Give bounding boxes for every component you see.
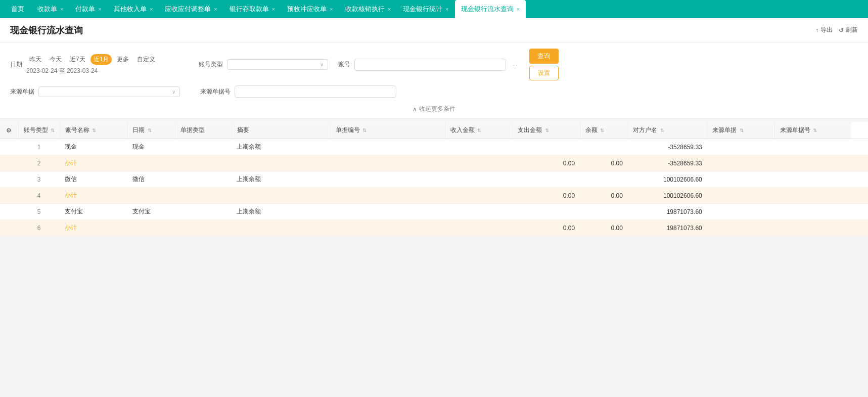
nav-tab-other-income[interactable]: 其他收入单 × (108, 0, 159, 18)
cell-expense (580, 139, 628, 155)
cell-expense (580, 171, 628, 188)
sort-icon: ⇅ (51, 127, 55, 133)
nav-tab-verify[interactable]: 收款核销执行 × (339, 0, 397, 18)
cell-expense: 0.00 (580, 220, 628, 236)
date-btn-7days[interactable]: 近7天 (67, 54, 88, 65)
cell-counterpart (707, 139, 775, 155)
settings-col-header[interactable]: ⚙ (0, 122, 18, 139)
cell-summary (330, 139, 445, 155)
cell-doc-type (232, 155, 330, 171)
account-type-label: 账号类型 (199, 60, 223, 69)
col-header-income[interactable]: 收入金额 ⇅ (445, 122, 513, 139)
cell-date (175, 220, 232, 236)
settings-button[interactable]: 设置 (529, 66, 559, 80)
col-header-source-doc-num[interactable]: 来源单据号 ⇅ (774, 122, 851, 139)
table-header-row: ⚙ 账号类型 ⇅ 账号名称 ⇅ 日期 ⇅ 单据类型 摘要 (0, 122, 868, 139)
cell-source-doc-num (851, 188, 868, 204)
nav-tab-bank[interactable]: 银行存取款单 × (223, 0, 281, 18)
cell-account-name (127, 155, 175, 171)
date-filter-group: 日期 昨天 今天 近7天 近1月 更多 自定义 2023-02-24 至 202… (10, 54, 158, 75)
cell-balance: 100102606.60 (628, 188, 707, 204)
sort-icon: ⇅ (92, 127, 96, 133)
sort-icon: ⇅ (813, 127, 817, 133)
nav-tab-prepay[interactable]: 预收冲应收单 × (281, 0, 339, 18)
date-btn-yesterday[interactable]: 昨天 (26, 54, 44, 65)
top-navigation: 首页 收款单 × 付款单 × 其他收入单 × 应收应付调整单 × 银行存取款单 … (0, 0, 868, 18)
row-settings-cell (0, 155, 18, 171)
close-icon[interactable]: × (445, 6, 448, 12)
close-icon[interactable]: × (330, 6, 333, 12)
row-number: 3 (18, 171, 60, 188)
col-header-balance[interactable]: 余额 ⇅ (580, 122, 628, 139)
close-icon[interactable]: × (150, 6, 153, 12)
refresh-button[interactable]: ↺ 刷新 (839, 26, 858, 34)
cell-source-doc-num (851, 220, 868, 236)
cell-source-doc-num (851, 139, 868, 155)
source-doc-select[interactable]: ∨ (38, 86, 180, 97)
cell-summary (330, 220, 445, 236)
account-type-select[interactable]: ∨ (227, 59, 328, 70)
close-icon[interactable]: × (388, 6, 391, 12)
close-icon[interactable]: × (98, 6, 101, 12)
table-body: 1现金现金上期余额-3528659.332小计0.000.00-3528659.… (0, 139, 868, 236)
account-input[interactable] (354, 59, 506, 71)
source-doc-num-input[interactable] (235, 85, 396, 98)
cell-account-type: 现金 (60, 139, 127, 155)
gear-icon: ⚙ (6, 127, 12, 134)
col-header-summary[interactable]: 摘要 (232, 122, 330, 139)
col-header-doc-num[interactable]: 单据编号 ⇅ (330, 122, 445, 139)
cell-income: 0.00 (513, 155, 580, 171)
cell-counterpart (707, 188, 775, 204)
cell-account-type: 小计 (60, 220, 127, 236)
account-dots-icon[interactable]: ··· (510, 61, 519, 68)
col-header-account-type[interactable]: 账号类型 ⇅ (18, 122, 60, 139)
nav-tab-adjust[interactable]: 应收应付调整单 × (159, 0, 223, 18)
cell-expense: 0.00 (580, 155, 628, 171)
cell-expense (580, 204, 628, 220)
date-btn-more[interactable]: 更多 (114, 54, 132, 65)
col-header-doc-type[interactable]: 单据类型 (175, 122, 232, 139)
col-header-date[interactable]: 日期 ⇅ (127, 122, 175, 139)
sort-icon: ⇅ (660, 127, 664, 133)
col-header-counterpart[interactable]: 对方户名 ⇅ (628, 122, 707, 139)
account-type-filter-group: 账号类型 ∨ (199, 59, 328, 70)
close-icon[interactable]: × (214, 6, 217, 12)
cell-income (513, 139, 580, 155)
cell-balance: 19871073.60 (628, 204, 707, 220)
cell-source-doc (774, 139, 851, 155)
export-button[interactable]: ↑ 导出 (815, 26, 833, 34)
query-button[interactable]: 查询 (529, 49, 559, 64)
nav-home[interactable]: 首页 (4, 0, 31, 18)
date-btn-custom[interactable]: 自定义 (134, 54, 158, 65)
chevron-down-icon: ∨ (320, 62, 324, 67)
close-icon[interactable]: × (60, 6, 63, 12)
col-header-source-doc[interactable]: 来源单据 ⇅ (707, 122, 775, 139)
close-icon[interactable]: × (517, 6, 520, 12)
collapse-bar[interactable]: ∧ 收起更多条件 (10, 103, 858, 114)
date-btn-1month[interactable]: 近1月 (90, 54, 112, 65)
source-doc-label: 来源单据 (10, 87, 34, 96)
col-header-account-name[interactable]: 账号名称 ⇅ (60, 122, 127, 139)
date-label: 日期 (10, 60, 22, 69)
row-settings-cell (0, 188, 18, 204)
cell-source-doc (774, 220, 851, 236)
cell-date (175, 188, 232, 204)
cell-source-doc-num (851, 155, 868, 171)
nav-tab-shoudan[interactable]: 收款单 × (31, 0, 69, 18)
filter-row-1: 日期 昨天 今天 近7天 近1月 更多 自定义 2023-02-24 至 202… (10, 49, 858, 80)
nav-tab-cashflow[interactable]: 现金银行流水查询 × (455, 0, 526, 18)
table-row: 1现金现金上期余额-3528659.33 (0, 139, 868, 155)
row-settings-cell (0, 139, 18, 155)
close-icon[interactable]: × (272, 6, 275, 12)
cell-doc-num (445, 139, 513, 155)
cell-account-name: 微信 (127, 171, 175, 188)
sort-icon: ⇅ (362, 127, 367, 133)
nav-tab-stats[interactable]: 现金银行统计 × (397, 0, 454, 18)
date-btn-today[interactable]: 今天 (47, 54, 65, 65)
nav-tab-fudan[interactable]: 付款单 × (69, 0, 107, 18)
cell-account-type: 小计 (60, 188, 127, 204)
table-row: 3微信微信上期余额100102606.60 (0, 171, 868, 188)
cell-balance: -3528659.33 (628, 139, 707, 155)
col-header-expense[interactable]: 支出金额 ⇅ (513, 122, 580, 139)
account-label: 账号 (338, 60, 350, 69)
